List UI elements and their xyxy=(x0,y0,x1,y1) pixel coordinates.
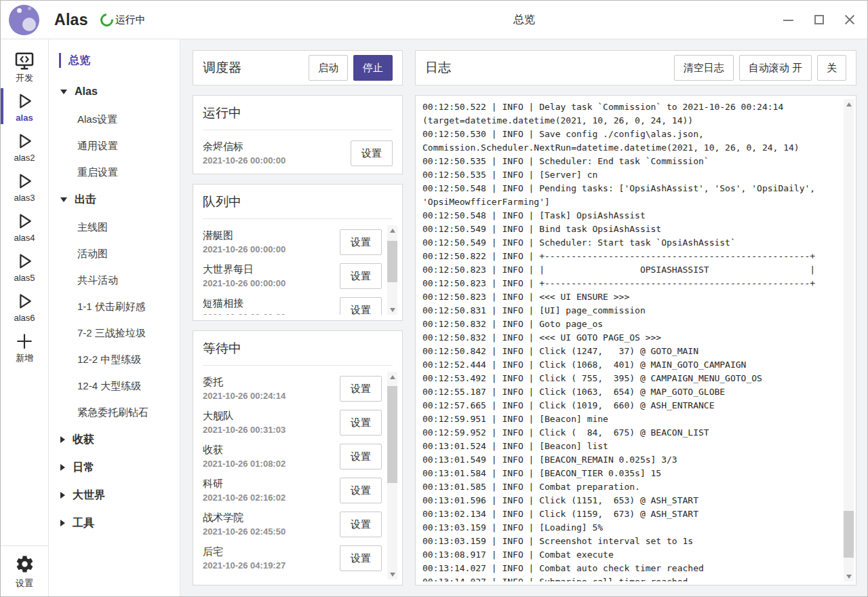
sidebar-item-settings[interactable]: 设置 xyxy=(1,545,48,596)
pending-list-wrap: 潜艇图2021-10-26 00:00:00设置大世界每日2021-10-26 … xyxy=(193,219,402,320)
task-settings-button[interactable]: 设置 xyxy=(340,297,382,315)
log-line: 00:12:50.530 | INFO | Save config ./conf… xyxy=(422,128,838,141)
maximize-button[interactable] xyxy=(814,14,825,25)
app-name: Alas xyxy=(54,11,88,29)
pending-card: 队列中 潜艇图2021-10-26 00:00:00设置大世界每日2021-10… xyxy=(193,184,403,321)
scroll-down-icon[interactable] xyxy=(387,569,397,579)
task-settings-button[interactable]: 设置 xyxy=(340,545,382,571)
task-settings-button[interactable]: 设置 xyxy=(340,410,382,436)
nav-group[interactable]: Alas xyxy=(49,81,180,102)
nav-subitem[interactable]: 活动图 xyxy=(49,244,180,263)
task-next-run-time: 2021-10-26 00:00:00 xyxy=(203,311,340,315)
nav-group[interactable]: 日常 xyxy=(49,457,180,478)
sidebar-item-label: alas xyxy=(16,113,33,123)
nav-group[interactable]: 收获 xyxy=(49,429,180,450)
chevron-right-icon xyxy=(60,492,65,499)
task-row: 大舰队2021-10-26 00:31:03设置 xyxy=(203,406,382,440)
scheduler-actions: 启动 停止 xyxy=(309,55,393,81)
scroll-down-icon[interactable] xyxy=(844,571,854,581)
stop-button[interactable]: 停止 xyxy=(353,55,393,81)
log-line: 00:13:01.596 | INFO | Click (1151, 653) … xyxy=(422,494,838,507)
task-name: 余烬信标 xyxy=(203,139,351,154)
clear-log-button[interactable]: 清空日志 xyxy=(674,55,734,81)
nav-item-active[interactable]: 总览 xyxy=(49,50,180,71)
chevron-down-icon xyxy=(60,90,67,94)
autoscroll-on-button[interactable]: 自动滚动 开 xyxy=(739,55,812,81)
scroll-thumb[interactable] xyxy=(387,241,397,282)
task-name: 科研 xyxy=(203,476,340,491)
scroll-thumb[interactable] xyxy=(387,386,397,484)
scheduler-title: 调度器 xyxy=(203,59,241,77)
task-name: 大舰队 xyxy=(203,408,340,423)
nav-subitem[interactable]: 通用设置 xyxy=(49,136,180,155)
task-settings-button[interactable]: 设置 xyxy=(351,140,393,166)
nav-subitem[interactable]: 重启设置 xyxy=(49,162,180,182)
task-settings-button[interactable]: 设置 xyxy=(340,444,382,469)
scrollbar[interactable] xyxy=(387,225,397,315)
sidebar-item-alas2[interactable]: alas2 xyxy=(1,126,48,166)
log-title: 日志 xyxy=(425,59,451,77)
scroll-up-icon[interactable] xyxy=(387,372,397,382)
scroll-up-icon[interactable] xyxy=(387,225,397,235)
sidebar-item-label: alas5 xyxy=(14,273,35,283)
task-row: 大世界每日2021-10-26 00:00:00设置 xyxy=(203,259,382,293)
log-line: 00:12:50.522 | INFO | Delay task `Commis… xyxy=(422,100,838,114)
sidebar-item-alas5[interactable]: alas5 xyxy=(1,246,48,286)
nav-group-label: 日常 xyxy=(73,461,94,475)
sidebar-item-alas4[interactable]: alas4 xyxy=(1,206,48,246)
nav-subitem[interactable]: 12-4 大型练级 xyxy=(49,376,180,396)
nav-subitem[interactable]: 7-2 三战捡垃圾 xyxy=(49,323,180,343)
sidebar-item-dev[interactable]: 开发 xyxy=(1,46,48,86)
scroll-down-icon[interactable] xyxy=(387,305,397,315)
log-line: 00:12:53.492 | INFO | Click ( 755, 395) … xyxy=(422,372,838,385)
nav-group-label: 工具 xyxy=(73,516,94,531)
iconbar-items: 开发 alas alas2 alas3 alas4 alas5 alas6 新增 xyxy=(1,46,48,545)
nav-group[interactable]: 工具 xyxy=(49,513,180,533)
task-settings-button[interactable]: 设置 xyxy=(340,376,382,402)
nav-subitem[interactable]: 共斗活动 xyxy=(49,270,180,290)
log-line: 00:13:01.585 | INFO | Combat preparation… xyxy=(422,480,838,494)
scrollbar[interactable] xyxy=(844,99,854,581)
task-name: 大世界每日 xyxy=(203,262,340,277)
waiting-title: 等待中 xyxy=(193,331,402,365)
nav-subitem[interactable]: Alas设置 xyxy=(49,109,180,129)
log-line: 00:13:14.027 | INFO | Submarine call tim… xyxy=(422,575,838,581)
nav-group-label: 出击 xyxy=(75,193,96,207)
scrollbar[interactable] xyxy=(387,372,397,579)
window-controls xyxy=(783,1,855,39)
nav-subitem[interactable]: 1-1 伏击刷好感 xyxy=(49,296,180,316)
gear-icon xyxy=(15,554,35,577)
scroll-up-icon[interactable] xyxy=(844,99,854,109)
nav-subitem[interactable]: 主线图 xyxy=(49,217,180,237)
start-button[interactable]: 启动 xyxy=(309,55,348,81)
sidebar-item-alas3[interactable]: alas3 xyxy=(1,166,48,206)
log-line: 00:12:50.535 | INFO | [Server] cn xyxy=(422,168,838,182)
sidebar-item-add[interactable]: 新增 xyxy=(1,326,48,366)
task-settings-button[interactable]: 设置 xyxy=(340,229,382,255)
log-line: Commission.Scheduler.NextRun=datetime.da… xyxy=(422,141,838,155)
titlebar: Alas 运行中 总览 xyxy=(1,1,867,39)
nav-item-label: 总览 xyxy=(68,54,90,68)
task-settings-button[interactable]: 设置 xyxy=(340,512,382,537)
task-next-run-time: 2021-10-26 04:19:27 xyxy=(203,559,340,573)
nav-group[interactable]: 出击 xyxy=(49,189,180,210)
scroll-thumb[interactable] xyxy=(844,511,854,557)
task-row: 后宅2021-10-26 04:19:27设置 xyxy=(203,541,382,575)
sidebar-item-alas6[interactable]: alas6 xyxy=(1,286,48,326)
sidebar-item-alas[interactable]: alas xyxy=(1,86,48,126)
nav-group-label: Alas xyxy=(75,85,98,98)
log-line: 00:12:50.549 | INFO | Scheduler: Start t… xyxy=(422,236,838,250)
nav-group[interactable]: 大世界 xyxy=(49,485,180,505)
nav-subitem[interactable]: 紧急委托刷钻石 xyxy=(49,402,180,422)
play-icon xyxy=(14,250,35,273)
task-settings-button[interactable]: 设置 xyxy=(340,263,382,289)
task-settings-button[interactable]: 设置 xyxy=(340,478,382,503)
log-line: 00:12:50.549 | INFO | Bind task OpsiAshA… xyxy=(422,223,838,236)
scheduler-header-card: 调度器 启动 停止 xyxy=(193,50,403,85)
log-line: 00:12:50.822 | INFO | +-----------------… xyxy=(422,250,838,263)
chevron-down-icon xyxy=(60,197,67,202)
minimize-button[interactable] xyxy=(783,14,794,25)
nav-subitem[interactable]: 12-2 中型练级 xyxy=(49,349,180,369)
autoscroll-off-button[interactable]: 关 xyxy=(817,55,846,81)
close-button[interactable] xyxy=(844,14,855,25)
